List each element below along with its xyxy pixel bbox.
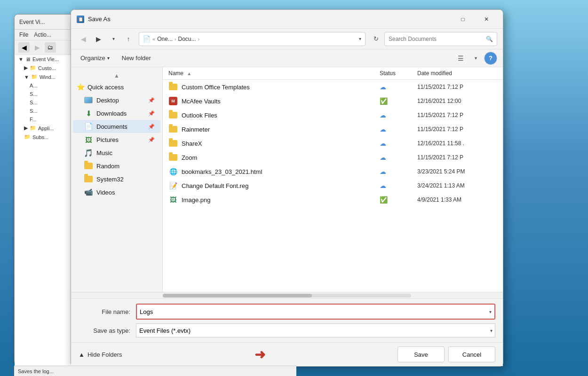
file-icon-folder [168,139,178,148]
file-name-input[interactable] [137,305,494,319]
file-date: 12/16/2021 11:58 . [417,140,497,147]
organize-chevron: ▾ [107,55,110,61]
table-row[interactable]: 📝 Change Default Font.reg ☁ 3/24/2021 1:… [163,179,503,193]
save-type-select[interactable]: Event Files (*.evtx) [136,323,495,337]
secondary-toolbar: Organize ▾ New folder ☰ ▾ ? [71,49,503,67]
save-type-label: Save as type: [79,327,130,334]
cloud-icon: ☁ [380,125,386,133]
sidebar-item-pictures[interactable]: 🖼 Pictures 📌 [73,133,160,146]
col-status-header[interactable]: Status [380,70,417,77]
save-type-row: Save as type: Event Files (*.evtx) ▾ [79,323,495,337]
refresh-button[interactable]: ↻ [369,32,382,46]
hide-folders-button[interactable]: ▲ Hide Folders [79,351,122,358]
videos-icon: 📹 [84,188,93,196]
toolbar-right: ☰ ▾ ? [454,52,497,65]
downloads-label: Downloads [96,110,144,117]
sidebar-item-downloads[interactable]: ⬇ Downloads 📌 [73,107,160,120]
search-icon: 🔍 [486,36,493,42]
downloads-icon: ⬇ [84,109,93,118]
ev-menu-file[interactable]: File [19,31,28,38]
ev-back-btn[interactable]: ◀ [18,42,30,53]
file-name-text: bookmarks_23_03_2021.html [182,168,380,175]
scrollbar-thumb[interactable] [163,294,312,298]
dropdown-button[interactable]: ▾ [107,32,120,46]
col-date-header[interactable]: Date modified [417,70,497,77]
organize-button[interactable]: Organize ▾ [77,53,113,63]
table-row[interactable]: 🌐 bookmarks_23_03_2021.html ☁ 3/23/2021 … [163,164,503,179]
reg-icon: 📝 [169,182,177,189]
new-folder-button[interactable]: New folder [117,53,156,63]
sidebar-item-videos[interactable]: 📹 Videos [73,186,160,199]
sidebar-item-system32[interactable]: System32 [73,172,160,186]
cloud-icon: ☁ [380,154,386,161]
maximize-button[interactable]: □ [452,12,474,27]
save-button[interactable]: Save [397,346,445,362]
table-row[interactable]: ShareX ☁ 12/16/2021 11:58 . [163,136,503,150]
file-date: 11/15/2021 7:12 P [417,154,497,161]
view-dropdown-button[interactable]: ▾ [469,52,482,65]
address-bar[interactable]: 📄 « One... › Docu... › ▾ [139,32,366,46]
file-date: 4/9/2021 1:33 AM [417,196,497,203]
organize-label: Organize [80,55,105,62]
back-button[interactable]: ◀ [77,32,90,46]
hide-folders-chevron: ▲ [79,351,85,358]
file-icon-folder [168,125,178,134]
sidebar-item-random[interactable]: Random [73,159,160,172]
file-date: 3/24/2021 1:13 AM [417,182,497,189]
table-row[interactable]: 🖼 Image.png ✅ 4/9/2021 1:33 AM [163,193,503,207]
cloud-icon: ☁ [380,83,386,91]
file-icon-reg: 📝 [168,181,178,190]
col-name-header[interactable]: Name ▲ [168,70,380,77]
cloud-icon: ☁ [380,182,386,189]
sidebar-item-desktop[interactable]: Desktop 📌 [73,94,160,107]
file-name-text: Rainmeter [182,126,380,133]
dialog-content: ▲ ⭐ Quick access Desktop 📌 ⬇ Downloads [71,67,503,292]
quick-access-header[interactable]: ⭐ Quick access [71,80,162,94]
forward-button[interactable]: ▶ [92,32,105,46]
check-icon: ✅ [380,97,388,105]
ev-tool1[interactable]: 🗂 [45,42,56,53]
up-button[interactable]: ↑ [122,32,135,46]
file-date: 11/15/2021 7:12 P [417,84,497,90]
file-name-dropdown[interactable]: ▾ [489,309,492,314]
titlebar-controls: □ ✕ [452,12,497,27]
close-button[interactable]: ✕ [476,12,497,27]
music-icon: 🎵 [84,149,93,157]
file-status: ☁ [380,182,417,189]
table-row[interactable]: Zoom ☁ 11/15/2021 7:12 P [163,150,503,164]
view-list-button[interactable]: ☰ [454,52,467,65]
sidebar-item-music[interactable]: 🎵 Music [73,146,160,159]
file-name-text: McAfee Vaults [182,98,380,105]
file-status: ✅ [380,196,417,204]
search-bar[interactable]: 🔍 [384,32,497,46]
music-label: Music [96,149,155,157]
table-row[interactable]: M McAfee Vaults ✅ 12/16/2021 12:00 [163,94,503,108]
pin-icon-downloads: 📌 [148,110,155,117]
dialog-title: Save As [88,16,452,23]
file-status: ☁ [380,125,417,133]
file-date: 11/15/2021 7:12 P [417,126,497,133]
cancel-button[interactable]: Cancel [448,346,495,362]
file-date: 3/23/2021 5:24 PM [417,168,497,175]
ev-menu-action[interactable]: Actio... [34,31,51,38]
system32-label: System32 [96,176,155,183]
help-button[interactable]: ? [484,52,497,65]
ev-forward-btn[interactable]: ▶ [32,42,43,53]
documents-label: Documents [96,123,144,130]
table-row[interactable]: Outlook Files ☁ 11/15/2021 7:12 P [163,108,503,122]
file-date: 11/15/2021 7:12 P [417,112,497,118]
address-part-2: Docu... [178,36,196,42]
table-row[interactable]: Custom Office Templates ☁ 11/15/2021 7:1… [163,80,503,94]
horizontal-scrollbar[interactable] [163,294,411,298]
file-status: ☁ [380,140,417,147]
table-row[interactable]: Rainmeter ☁ 11/15/2021 7:12 P [163,122,503,136]
address-part-1: One... [157,36,173,42]
address-dropdown-arrow[interactable]: ▾ [359,36,361,41]
arrow-indicator: ➜ [122,347,397,362]
sidebar-item-documents[interactable]: 📄 Documents 📌 [73,120,160,133]
address-separator-2: › [175,36,176,42]
file-list: Custom Office Templates ☁ 11/15/2021 7:1… [163,80,503,292]
horizontal-scrollbar-area [71,292,503,298]
red-arrow: ➜ [254,347,265,362]
search-input[interactable] [389,36,484,42]
